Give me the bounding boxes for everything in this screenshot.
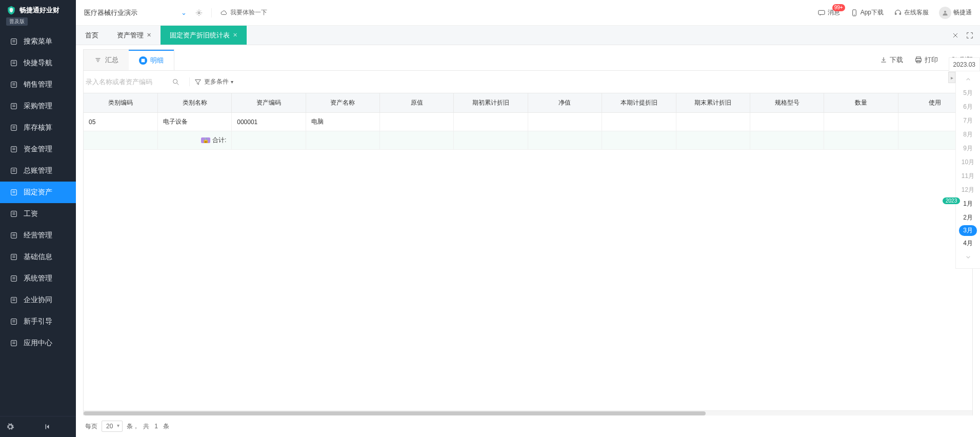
page-tab-0[interactable]: 首页: [76, 26, 108, 45]
tab-close-button[interactable]: ✕: [233, 32, 237, 38]
sidebar: 畅捷通好业财 普及版 搜索菜单快捷导航销售管理采购管理库存核算资金管理总账管理固…: [0, 0, 76, 437]
sidebar-item-0[interactable]: 搜索菜单: [0, 31, 76, 52]
print-button[interactable]: 打印: [914, 55, 938, 65]
sidebar-item-13[interactable]: 新手引导: [0, 311, 76, 332]
svg-rect-0: [11, 39, 17, 45]
messages-button[interactable]: 消息 99+: [817, 8, 840, 17]
col-header[interactable]: 净值: [528, 93, 602, 113]
user-menu[interactable]: 畅捷通: [939, 7, 972, 19]
scrollbar-thumb[interactable]: [84, 411, 706, 415]
sidebar-item-3[interactable]: 采购管理: [0, 95, 76, 117]
month-option[interactable]: 4月: [956, 237, 980, 250]
settings-button[interactable]: [0, 416, 38, 437]
menu-icon: [9, 274, 18, 283]
month-option[interactable]: 5月: [956, 87, 980, 100]
table-row[interactable]: 05电子设备000001电脑: [84, 113, 972, 131]
sidebar-item-11[interactable]: 系统管理: [0, 268, 76, 289]
svg-rect-17: [818, 10, 825, 14]
more-filters-button[interactable]: 更多条件 ▾: [189, 77, 237, 86]
svg-rect-7: [11, 190, 17, 195]
svg-rect-3: [11, 104, 17, 109]
date-panel: 5月6月7月8月9月10月11月12月20231月2月3月4月: [955, 71, 980, 269]
col-header[interactable]: 资产编码: [232, 93, 306, 113]
chevron-up-icon: [964, 75, 972, 84]
col-header[interactable]: 类别编码: [84, 93, 157, 113]
context-settings-button[interactable]: [195, 9, 203, 17]
sidebar-item-4[interactable]: 库存核算: [0, 117, 76, 138]
month-option[interactable]: 3月: [959, 225, 977, 236]
menu-icon: [9, 37, 18, 46]
sidebar-item-label: 固定资产: [24, 188, 52, 197]
try-demo-button[interactable]: 我要体验一下: [220, 8, 267, 17]
col-header[interactable]: 规格型号: [750, 93, 824, 113]
month-option[interactable]: 10月: [956, 156, 980, 169]
context-label: 医疗器械行业演示: [84, 8, 137, 17]
sidebar-item-5[interactable]: 资金管理: [0, 138, 76, 160]
sidebar-item-12[interactable]: 企业协同: [0, 289, 76, 311]
menu-icon: [9, 123, 18, 132]
table-total-row: 🔒合计:: [84, 131, 972, 150]
month-option[interactable]: 8月: [956, 128, 980, 141]
menu-icon: [9, 339, 18, 348]
message-icon: [817, 9, 826, 17]
collapse-button[interactable]: [38, 416, 76, 437]
date-prev-button[interactable]: [962, 73, 974, 86]
cloud-icon: [220, 9, 228, 17]
collapse-icon: [44, 423, 52, 431]
sidebar-item-6[interactable]: 总账管理: [0, 160, 76, 182]
close-all-tabs-button[interactable]: [951, 31, 959, 39]
horizontal-scrollbar[interactable]: [84, 410, 972, 415]
page-tab-1[interactable]: 资产管理✕: [108, 26, 161, 45]
svg-point-20: [944, 11, 946, 13]
sidebar-item-label: 销售管理: [24, 80, 52, 89]
page-tab-2[interactable]: 固定资产折旧统计表✕: [161, 26, 247, 45]
support-button[interactable]: 在线客服: [894, 8, 929, 17]
sidebar-item-7[interactable]: 固定资产: [0, 182, 76, 203]
month-option[interactable]: 9月: [956, 142, 980, 155]
tab-label: 首页: [85, 31, 98, 40]
gear-icon: [6, 423, 14, 431]
view-tab-1[interactable]: 明细: [129, 50, 174, 70]
sidebar-item-2[interactable]: 销售管理: [0, 74, 76, 95]
sidebar-item-9[interactable]: 经营管理: [0, 225, 76, 246]
sidebar-item-label: 应用中心: [24, 339, 52, 348]
fullscreen-button[interactable]: [966, 31, 974, 39]
date-next-button[interactable]: [962, 251, 974, 263]
search-button[interactable]: [169, 78, 183, 86]
context-selector[interactable]: 医疗器械行业演示 ⌄: [84, 8, 187, 17]
month-option[interactable]: 11月: [956, 170, 980, 183]
sidebar-item-label: 搜索菜单: [24, 37, 52, 46]
col-header[interactable]: 原值: [380, 93, 454, 113]
col-header[interactable]: 期初累计折旧: [454, 93, 528, 113]
view-tab-0[interactable]: 汇总: [84, 50, 129, 70]
total-suffix: 条: [163, 422, 169, 431]
tab-close-button[interactable]: ✕: [147, 32, 151, 38]
col-header[interactable]: 类别名称: [157, 93, 231, 113]
download-button[interactable]: 下载: [879, 55, 903, 65]
sidebar-item-14[interactable]: 应用中心: [0, 332, 76, 354]
app-download-button[interactable]: App下载: [850, 8, 884, 17]
page-size-select[interactable]: 20: [102, 421, 123, 432]
sidebar-item-1[interactable]: 快捷导航: [0, 52, 76, 74]
month-option[interactable]: 12月: [956, 184, 980, 196]
messages-badge: 99+: [832, 4, 845, 11]
date-panel-toggle[interactable]: ▸: [948, 72, 955, 83]
search-input[interactable]: [86, 76, 163, 88]
col-header[interactable]: 资产名称: [306, 93, 379, 113]
col-header[interactable]: 期末累计折旧: [676, 93, 750, 113]
menu-icon: [9, 80, 18, 89]
sidebar-item-8[interactable]: 工资: [0, 203, 76, 225]
chevron-down-icon: [964, 253, 972, 261]
sidebar-item-10[interactable]: 基础信息: [0, 246, 76, 268]
svg-rect-8: [11, 211, 17, 217]
col-header[interactable]: 本期计提折旧: [602, 93, 676, 113]
month-option[interactable]: 2月: [956, 211, 980, 224]
month-option[interactable]: 7月: [956, 114, 980, 127]
col-header[interactable]: 数量: [824, 93, 898, 113]
svg-rect-24: [917, 61, 921, 63]
sidebar-item-label: 经营管理: [24, 231, 52, 240]
total-count: 1: [154, 423, 158, 430]
month-option[interactable]: 6月: [956, 101, 980, 113]
svg-point-19: [854, 14, 854, 15]
headset-icon: [894, 9, 902, 17]
